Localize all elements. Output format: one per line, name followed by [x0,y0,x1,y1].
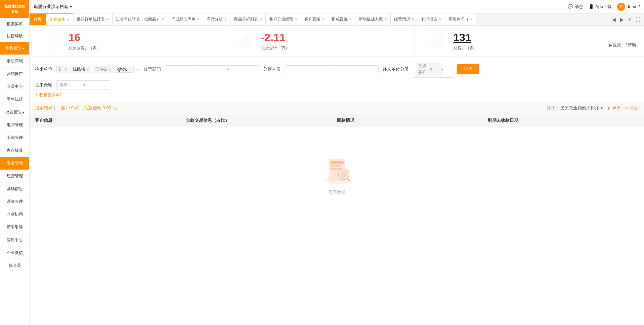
tab-retail-profit-close[interactable]: ✕ [470,17,473,21]
tab-stock-stat[interactable]: 进货单统计表（按商品） ✕ [113,13,168,26]
sidebar-item-marketing[interactable]: 营销推广 [0,68,29,80]
query-button[interactable]: 查询 [457,64,479,74]
tab-commission-setting[interactable]: 提成设置 ✕ [328,13,355,26]
tab-add-commission-close[interactable]: ✕ [384,17,387,21]
svg-point-0 [48,33,58,42]
user-avatar[interactable]: D demo2 [617,3,640,11]
category-tag-0-close[interactable]: ✕ [429,67,439,72]
sidebar-item-retail-stat[interactable]: 零售统计 [0,93,29,106]
tab-profit-report[interactable]: 利润报告 ✕ [418,13,445,26]
dept-filter-dots[interactable]: ··· [198,67,227,72]
unit-tag-3-close[interactable]: ✕ [129,68,131,71]
tab-operation[interactable]: 经营情况 ✕ [391,13,418,26]
sidebar-item-system[interactable]: 系统管理 [0,195,29,208]
sidebar-item-collab[interactable]: 企业协同 [0,208,29,221]
tab-purchase-order[interactable]: 采购订单统计表 ✕ [73,13,113,26]
filter-row-2: 往来余额 选择... ▾ [35,80,639,89]
stat-icon-total [428,31,448,51]
sidebar-item-ecommerce[interactable]: 电商管理 [0,119,29,132]
tenant-selector[interactable]: 母婴行业演示帐套 ▾ [34,4,72,10]
unit-tag-more[interactable]: ··· [135,66,139,72]
unit-tag-3[interactable]: cjttcw ✕ [115,66,134,73]
sidebar-item-basic[interactable]: 基础信息 [0,183,29,195]
sidebar-item-retail-mall[interactable]: 零售商城 [0,55,29,68]
filter-row-1: 往来单位 伍 ✕ 陈民强 ✕ 王小亮 ✕ [35,61,639,78]
app-download-btn[interactable]: 📱 App下载 [589,4,612,10]
refresh-btn[interactable]: ↻ 刷新 [625,105,639,111]
unit-filter-label: 往来单位 [35,66,52,72]
main-content: 母婴行业演示帐套 ▾ 💬 消息 📱 App下载 D demo2 首页 客户账本 [30,0,644,325]
tab-fullscreen-btn[interactable]: ⛶ [635,16,641,23]
stat-customers-content: 16 总欠款客户（家） [69,31,101,51]
message-btn[interactable]: 💬 消息 [568,4,583,10]
tab-stock-stat-close[interactable]: ✕ [162,17,164,21]
sidebar-item-member[interactable]: 会员中心 [0,80,29,93]
help-icon: ? [625,43,627,47]
stat-debt-content: -2.11 欠款合计（万） [261,31,289,51]
tab-profit-report-close[interactable]: ✕ [439,17,441,21]
unit-tag-1[interactable]: 陈民强 ✕ [71,66,91,73]
person-filter-dots[interactable]: ··· [332,67,376,72]
collapse-btn[interactable]: ∧ 收起更多条件 [35,92,639,98]
tab-add-commission[interactable]: 新增提成方案 ✕ [355,13,391,26]
tab-purchase-order-close[interactable]: ✕ [106,17,109,21]
tab-product-analysis-close[interactable]: ✕ [224,17,227,21]
category-filter-select[interactable]: 普通客户 ✕ ▾ [413,61,453,78]
unit-tag-0-close[interactable]: ✕ [64,68,67,71]
export-btn[interactable]: ⬆ 导出 [607,105,621,111]
sidebar-item-vip[interactable]: 畅会员 [0,259,29,272]
topbar-left: 母婴行业演示帐套 ▾ [34,4,72,10]
tab-prev-btn[interactable]: ◀ [610,16,617,23]
category-tag-0[interactable]: 普通客户 ✕ [416,63,441,76]
sort-selector[interactable]: 排序：按欠款金额倒序排序 ▾ [547,105,603,111]
tab-customer-account[interactable]: 客户账本 ✕ [46,13,73,26]
svg-text:!: ! [245,41,246,46]
sidebar-item-appstore[interactable]: 应用中心 [0,234,29,247]
unit-tag-1-close[interactable]: ✕ [86,68,89,71]
tab-commission-setting-close[interactable]: ✕ [349,17,352,21]
sidebar-item-finance[interactable]: 资金管理 [0,157,29,170]
unit-filter-tags: 伍 ✕ 陈民强 ✕ 王小亮 ✕ cjttcw ✕ [56,66,139,73]
tab-customer-account-close[interactable]: ✕ [67,18,70,22]
person-filter-select[interactable]: ··· [285,65,379,73]
tab-customer-layer-close[interactable]: ✕ [295,17,297,21]
sidebar-logo[interactable]: 畅捷通好生意 标版 [0,0,29,18]
collapse-row: ∧ 收起更多条件 [35,92,639,98]
sidebar-item-inventory[interactable]: 库存核算 [0,144,29,157]
tab-close-all-btn[interactable]: ✕ [627,16,633,23]
unit-tag-2-close[interactable]: ✕ [109,68,111,71]
tab-customer-contact-close[interactable]: ✕ [322,17,325,21]
stat-total-label: 总客户（家） [454,45,478,51]
video-help-btn[interactable]: ▶ 视频 [609,42,621,48]
tab-operation-close[interactable]: ✕ [412,17,414,21]
tab-home[interactable]: 首页 [30,13,46,26]
unit-tag-2[interactable]: 王小亮 ✕ [93,66,114,73]
stat-customers: 16 总欠款客户（家） [30,26,222,57]
tab-product-analysis[interactable]: 商品分析 ✕ [203,13,230,26]
unit-tag-0[interactable]: 伍 ✕ [56,66,69,73]
tab-next-btn[interactable]: ▶ [618,16,625,23]
tab-product-analysis-list-close[interactable]: ✕ [259,17,262,21]
tab-customer-contact[interactable]: 客户联络 ✕ [301,13,328,26]
sidebar-item-wholesale[interactable]: 批发管理 ▾ [0,106,29,119]
sidebar-item-retail[interactable]: 零售管理 ▾ [0,42,29,55]
tab-product-stock-close[interactable]: ✕ [197,17,200,21]
svg-rect-5 [438,34,444,48]
tab-customer-layer[interactable]: 客户分层经营 ✕ [266,13,301,26]
help-btn[interactable]: ? 帮助 [625,42,636,48]
balance-filter-label: 往来余额 [35,82,52,88]
stat-icon-debt: ! [235,31,256,51]
balance-filter-select[interactable]: 选择... ▾ [56,80,110,89]
sidebar-item-quicknav[interactable]: 快捷导航 [0,31,29,42]
chevron-down-icon[interactable]: ▾ [70,4,72,9]
tab-product-stock[interactable]: 产成品入库单 ✕ [168,13,203,26]
sidebar-item-search[interactable]: 搜索菜单 [0,18,29,31]
dept-filter-select[interactable]: ··· ▾ [165,65,259,73]
message-icon: 💬 [568,4,573,9]
tab-product-analysis-list[interactable]: 商品分析列表 ✕ [230,13,266,26]
tab-retail-profit[interactable]: 零售利润（ ✕ [445,13,476,26]
sidebar-item-purchase[interactable]: 采购管理 [0,132,29,144]
sidebar-item-newbie[interactable]: 新手引导 [0,221,29,234]
sidebar-item-operation[interactable]: 经营管理 [0,170,29,183]
sidebar-item-wechat[interactable]: 企业微信 [0,247,29,259]
